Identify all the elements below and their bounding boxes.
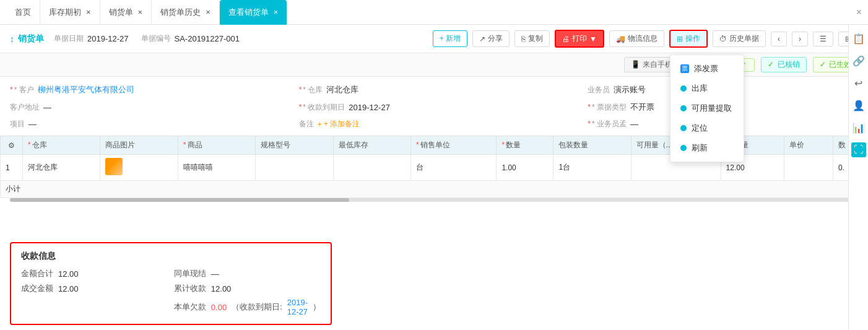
print-button[interactable]: 🖨 打印 ▼ (555, 30, 604, 48)
row-min-stock (333, 155, 410, 181)
form-title: ↕ 销货单 (10, 33, 44, 45)
right-sidebar: 📋 🔗 ↩ 👤 📊 ⛶ (848, 25, 868, 330)
tab-view-sales-close[interactable]: × (274, 7, 279, 17)
tab-home-label: 首页 (15, 7, 31, 18)
outbound-icon (680, 85, 687, 92)
deal-row: 成交金额 12.00 (21, 283, 162, 294)
tab-sales-label: 销货单 (109, 7, 133, 18)
row-image (100, 155, 178, 181)
cumulative-row: 累计收款 12.00 (174, 283, 321, 294)
next-button[interactable]: › (792, 32, 808, 46)
logistics-button[interactable]: 🚚 物流信息 (609, 30, 664, 47)
ops-button[interactable]: ⊞ 操作 (669, 30, 708, 48)
doc-date-label: 单据日期 (54, 33, 84, 44)
sidebar-icon-3[interactable]: ↩ (851, 76, 866, 90)
address-field: 客户地址 — (10, 102, 280, 113)
form-toolbar: ↕ 销货单 单据日期 2019-12-27 单据编号 SA-20191227-0… (0, 25, 868, 53)
phone-icon: 📱 (631, 60, 640, 69)
scroll-thumb[interactable] (10, 198, 349, 202)
same-order-label: 同单现结 (174, 268, 206, 279)
customer-field: ** 客户 柳州粤港平安气体有限公司 (10, 84, 280, 95)
col-pack-qty: 包装数量 (553, 136, 631, 155)
tab-sales[interactable]: 销货单 × (100, 0, 152, 25)
sidebar-icon-5[interactable]: 📊 (851, 120, 866, 135)
dropdown-add-invoice[interactable]: 票 添发票 (671, 59, 744, 79)
sold-button[interactable]: ✓ 已核销 (761, 57, 806, 72)
truck-icon: 🚚 (616, 35, 625, 43)
owed-date: 2019-12-27 (287, 298, 308, 316)
refresh-label: 刷新 (692, 142, 708, 154)
tab-view-sales[interactable]: 查看销货单 × (220, 0, 288, 25)
copy-icon: ⎘ (521, 35, 526, 43)
tab-inventory-label: 库存期初 (49, 7, 81, 18)
project-value: — (28, 119, 37, 129)
dropdown-refresh[interactable]: 刷新 (671, 138, 744, 158)
locate-icon (680, 125, 687, 131)
sidebar-icon-4[interactable]: 👤 (851, 98, 866, 113)
subtotal-row: 小计 (1, 181, 868, 198)
prev-button[interactable]: ‹ (771, 32, 787, 46)
dropdown-available-qty[interactable]: 可用量提取 (671, 98, 744, 118)
row-warehouse: 河北仓库 (23, 155, 100, 181)
row-spec (256, 155, 333, 181)
subtotal-label: 小计 (1, 181, 868, 198)
deal-label: 成交金额 (21, 283, 53, 294)
effective-check-icon: ✓ (820, 60, 826, 69)
product-image (105, 158, 123, 175)
customer-value[interactable]: 柳州粤港平安气体有限公司 (38, 84, 134, 95)
ops-dropdown-menu: 票 添发票 出库 可用量提取 定位 刷新 (670, 54, 744, 162)
same-order-value: — (211, 269, 219, 279)
payment-grid: 金额合计 12.00 同单现结 — 成交金额 12.00 累计收款 12.00 (21, 268, 321, 316)
history-button[interactable]: ⏱ 历史单据 (713, 30, 766, 47)
owed-note: （收款到期日: (232, 302, 282, 313)
project-field: 项目 — (10, 119, 280, 129)
share-button[interactable]: ↗ 分享 (472, 30, 510, 47)
payment-title: 收款信息 (21, 251, 321, 262)
new-button[interactable]: + 新增 (433, 30, 467, 47)
doc-no-value: SA-20191227-001 (175, 34, 240, 43)
tab-sales-history-close[interactable]: × (206, 7, 210, 17)
horizontal-scrollbar[interactable] (10, 198, 858, 202)
col-image: 商品图片 (100, 136, 178, 155)
amount-label: 金额合计 (21, 268, 53, 279)
col-settings[interactable]: ⚙ (1, 136, 23, 155)
dropdown-outbound[interactable]: 出库 (671, 79, 744, 98)
sidebar-icon-1[interactable]: 📋 (851, 31, 866, 46)
tab-sales-history-label: 销货单历史 (160, 7, 201, 18)
ticket-value: 不开票 (630, 102, 654, 113)
dropdown-locate[interactable]: 定位 (671, 118, 744, 138)
sidebar-icon-expand[interactable]: ⛶ (851, 142, 866, 157)
staff2-label: ** 业务员孟 (588, 119, 627, 129)
row-product: 嘻嘻嘻嘻 (178, 155, 255, 181)
row-pack-qty: 1台 (553, 155, 631, 181)
invoice-icon: 票 (680, 64, 689, 73)
tab-inventory[interactable]: 库存期初 × (40, 0, 100, 25)
tab-sales-history[interactable]: 销货单历史 × (152, 0, 220, 25)
add-note-button[interactable]: + + 添加备注 (318, 119, 360, 129)
row-qty: 1.00 (497, 155, 553, 181)
window-close-button[interactable]: × (856, 7, 862, 18)
staff2-value: — (630, 119, 638, 129)
owed-value: 0.00 (211, 303, 227, 312)
ops-icon: ⊞ (677, 35, 683, 43)
note-label: 备注 (299, 119, 314, 129)
tab-sales-close[interactable]: × (138, 7, 143, 17)
tab-inventory-close[interactable]: × (86, 7, 91, 17)
print-icon: 🖨 (562, 35, 570, 43)
tab-home[interactable]: 首页 (6, 0, 40, 25)
payment-info-box: 收款信息 金额合计 12.00 同单现结 — 成交金额 12.00 累计收款 1… (10, 242, 332, 325)
row-no: 1 (1, 155, 23, 181)
doc-date-field: 单据日期 2019-12-27 (54, 33, 129, 44)
refresh-icon (680, 145, 687, 151)
sidebar-icon-2[interactable]: 🔗 (851, 53, 866, 68)
grid-view-button[interactable]: ☰ (813, 32, 833, 46)
share-icon: ↗ (479, 35, 485, 43)
owed-label: 本单欠款 (174, 302, 206, 313)
doc-date-value: 2019-12-27 (87, 34, 129, 43)
project-label: 项目 (10, 119, 25, 129)
cumulative-label: 累计收款 (174, 283, 206, 294)
customer-label: ** 客户 (10, 85, 34, 95)
warehouse-label: ** 仓库 (299, 85, 323, 95)
locate-label: 定位 (692, 123, 708, 134)
copy-button[interactable]: ⎘ 复制 (514, 30, 550, 47)
